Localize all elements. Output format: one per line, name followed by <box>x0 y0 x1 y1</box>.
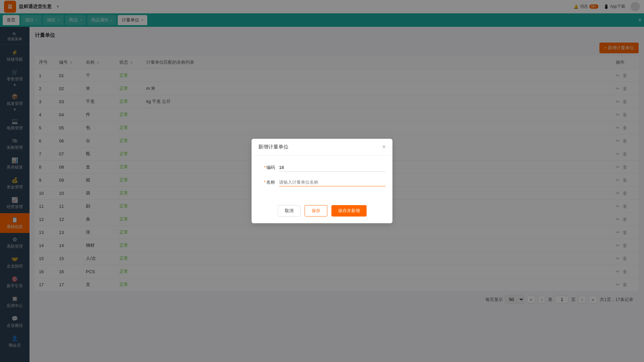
cancel-button[interactable]: 取消 <box>278 205 301 217</box>
form-code-label: *编码 <box>258 165 275 171</box>
modal-footer: 取消 保存 保存并新增 <box>252 201 392 223</box>
name-input[interactable] <box>279 178 386 186</box>
code-input[interactable] <box>279 164 386 172</box>
save-button[interactable]: 保存 <box>305 205 327 217</box>
modal-header: 新增计量单位 × <box>252 139 392 156</box>
name-required-mark: * <box>264 180 266 185</box>
code-required-mark: * <box>264 165 266 170</box>
add-unit-modal: 新增计量单位 × *编码 *名称 取消 保存 保存并新增 <box>252 139 392 223</box>
modal-overlay: 新增计量单位 × *编码 *名称 取消 保存 保存并新增 <box>0 0 644 362</box>
save-new-button[interactable]: 保存并新增 <box>331 205 367 217</box>
modal-close-button[interactable]: × <box>382 143 386 150</box>
modal-body: *编码 *名称 <box>252 156 392 201</box>
form-item-code: *编码 <box>258 164 386 172</box>
modal-title: 新增计量单位 <box>258 144 288 150</box>
form-item-name: *名称 <box>258 178 386 186</box>
form-name-label: *名称 <box>258 179 275 185</box>
